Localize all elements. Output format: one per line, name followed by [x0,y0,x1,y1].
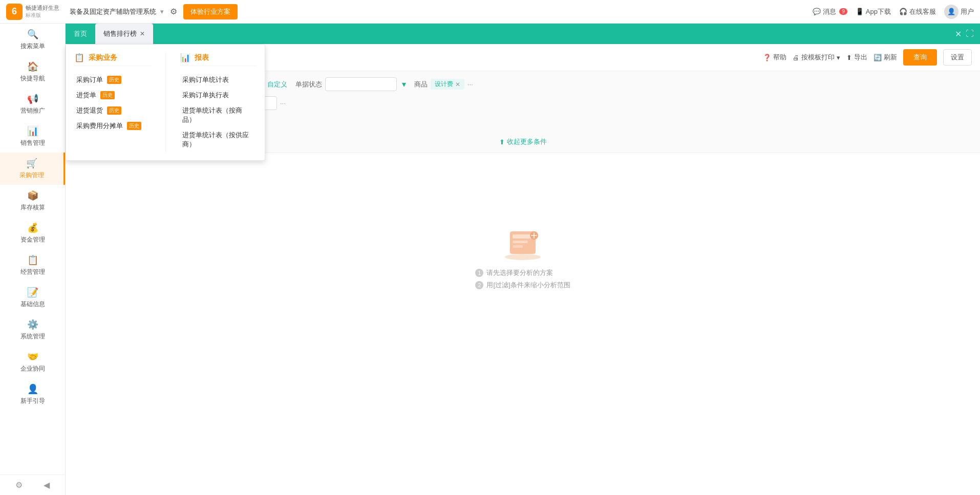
print-dropdown-icon[interactable]: ▾ [837,54,840,61]
purchase-section-title: 📋 采购业务 [74,53,151,66]
sales-icon: 📊 [27,125,38,137]
search-icon: 🔍 [27,29,38,40]
operations-icon: 📋 [27,254,38,266]
top-bar: 6 畅捷通好生意 标准版 装备及固定资产辅助管理系统 ▾ ⚙ 体验行业方案 💬 … [0,0,980,24]
tab-close-window-icon[interactable]: ✕ [955,29,962,39]
message-item[interactable]: 💬 消息 9 [813,7,847,16]
tabs-bar: 首页 销售排行榜 ✕ ✕ ⛶ [66,24,980,44]
hist-badge-2: 历史 [107,106,121,115]
print-btn[interactable]: 🖨 按模板打印 ▾ [793,53,840,62]
goods-tag: 设计费 ✕ [431,79,464,90]
sidebar-item-quick-nav[interactable]: 🏠 快捷导航 [0,56,65,88]
empty-state: 1 请先选择要分析的方案 2 用[过滤]条件来缩小分析范围 [66,153,980,358]
tab-sales-ranking[interactable]: 销售排行榜 ✕ [95,24,153,44]
menu-item-incoming[interactable]: 进货单 历史 [74,88,151,103]
report-section-title: 📊 报表 [180,53,257,66]
empty-illustration [497,221,548,262]
menu-item-order-exec[interactable]: 采购订单执行表 [180,88,257,103]
sidebar-item-cooperation[interactable]: 🤝 企业协同 [0,346,65,378]
menu-item-incoming-stats-goods[interactable]: 进货单统计表（按商品） [180,103,257,127]
sidebar-item-newbie[interactable]: 👤 新手引导 [0,378,65,411]
refresh-btn[interactable]: 🔄 刷新 [874,53,897,62]
purchase-section-icon: 📋 [74,53,84,62]
empty-hint-1: 1 请先选择要分析的方案 [475,268,570,277]
empty-hint-2: 2 用[过滤]条件来缩小分析范围 [475,281,570,290]
menu-item-expense-split[interactable]: 采购费用分摊单 历史 [74,118,151,134]
hist-badge-1: 历史 [100,91,115,99]
marketing-icon: 📢 [27,93,38,104]
online-service-item[interactable]: 🎧 在线客服 [899,7,936,16]
settings-button[interactable]: 设置 [943,49,972,66]
industry-btn[interactable]: 体验行业方案 [183,4,238,19]
goods-label: 商品 [414,80,428,89]
logo-text: 畅捷通好生意 标准版 [26,4,59,18]
purchase-icon: 🛒 [26,158,37,169]
tab-close-icon[interactable]: ✕ [140,30,145,37]
menu-item-purchase-order[interactable]: 采购订单 历史 [74,72,151,88]
empty-text: 1 请先选择要分析的方案 2 用[过滤]条件来缩小分析范围 [475,268,570,290]
sidebar-item-marketing[interactable]: 📢 营销推广 [0,88,65,120]
menu-item-order-stats[interactable]: 采购订单统计表 [180,72,257,88]
sidebar-item-inventory[interactable]: 📦 库存核算 [0,185,65,217]
export-icon: ⬆ [846,54,852,61]
status-filter: 单据状态 ▾ [295,77,406,91]
refresh-icon: 🔄 [874,54,882,61]
tab-actions: ✕ ⛶ [949,29,980,39]
sidebar-item-sales[interactable]: 📊 销售管理 [0,120,65,153]
purchase-dropdown-menu: 📋 采购业务 采购订单 历史 进货单 历史 进货退货 历史 采购费用分摊单 历史 [66,44,265,161]
svg-rect-2 [513,234,533,239]
phone-icon: 📱 [856,8,864,15]
status-label: 单据状态 [295,80,322,89]
help-icon: ❓ [763,54,771,61]
collapse-button[interactable]: ⬆ 收起更多条件 [499,137,547,146]
collapse-up-icon: ⬆ [499,138,505,146]
system-title: 装备及固定资产辅助管理系统 [70,7,156,16]
sidebar-settings-icon[interactable]: ⚙ [15,480,23,490]
inventory-icon: 📦 [27,190,38,201]
sidebar-item-basic-info[interactable]: 📝 基础信息 [0,282,65,314]
home-icon: 🏠 [27,61,38,72]
tab-home[interactable]: 首页 [66,24,95,44]
sidebar-item-finance[interactable]: 💰 资金管理 [0,217,65,249]
svg-point-0 [505,254,541,260]
sidebar: 🔍 搜索菜单 🏠 快捷导航 📢 营销推广 📊 销售管理 🛒 采购管理 📦 [0,24,66,495]
salesman-filter-dots[interactable]: ··· [280,99,286,107]
sidebar-item-system[interactable]: ⚙️ 系统管理 [0,314,65,346]
tab-expand-icon[interactable]: ⛶ [966,29,974,38]
sidebar-item-purchase[interactable]: 🛒 采购管理 [0,153,65,185]
headset-icon: 🎧 [899,8,907,15]
date-custom[interactable]: 自定义 [267,80,287,89]
finance-icon: 💰 [27,222,38,233]
sidebar-item-search[interactable]: 🔍 搜索菜单 [0,24,65,56]
menu-item-return[interactable]: 进货退货 历史 [74,103,151,118]
report-section-icon: 📊 [180,53,190,62]
print-icon: 🖨 [793,54,799,61]
message-icon: 💬 [813,8,821,15]
avatar: 👤 [944,5,958,19]
top-right: 💬 消息 9 📱 App下载 🎧 在线客服 👤 用户 [813,5,974,19]
report-section: 📊 报表 采购订单统计表 采购订单执行表 进货单统计表（按商品） 进货单统计表（… [180,53,257,152]
query-button[interactable]: 查询 [903,49,937,66]
hist-badge-3: 历史 [127,122,141,130]
topbar-settings-icon[interactable]: ⚙ [170,7,177,16]
export-btn[interactable]: ⬆ 导出 [846,53,867,62]
basic-info-icon: 📝 [27,287,38,298]
help-btn[interactable]: ❓ 帮助 [763,53,786,62]
menu-item-incoming-stats-supplier[interactable]: 进货单统计表（按供应商） [180,127,257,152]
status-select[interactable] [325,77,397,91]
cooperation-icon: 🤝 [27,351,38,362]
system-icon: ⚙️ [27,319,38,330]
goods-tag-close[interactable]: ✕ [455,81,460,88]
purchase-section: 📋 采购业务 采购订单 历史 进货单 历史 进货退货 历史 采购费用分摊单 历史 [74,53,151,152]
menu-divider [165,53,166,152]
goods-filter-dots[interactable]: ··· [467,80,473,88]
sidebar-item-operations[interactable]: 📋 经营管理 [0,249,65,282]
app-download-item[interactable]: 📱 App下载 [856,7,891,16]
sidebar-collapse-icon[interactable]: ◀ [44,480,50,490]
logo-icon: 6 [6,4,23,20]
svg-rect-3 [513,241,528,243]
user-item[interactable]: 👤 用户 [944,5,974,19]
status-dropdown-icon[interactable]: ▾ [402,79,406,89]
dropdown-arrow-icon[interactable]: ▾ [160,8,164,15]
hist-badge-0: 历史 [107,76,121,84]
